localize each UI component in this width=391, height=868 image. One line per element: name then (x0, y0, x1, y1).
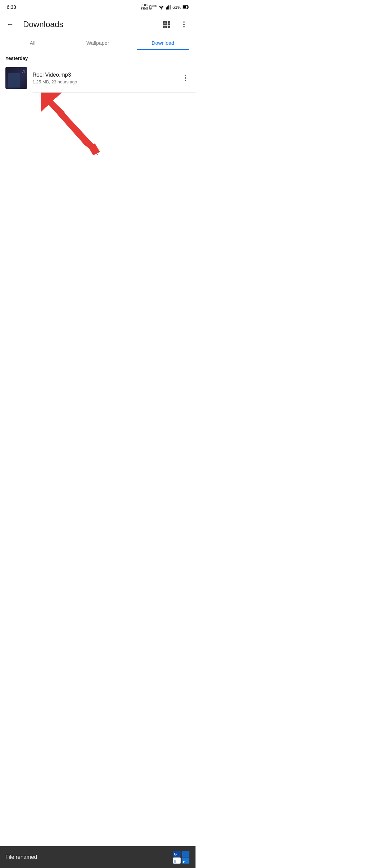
status-bar: 6:33 0.08KB/S Vo WiFi 61% (0, 0, 196, 14)
tab-wallpaper[interactable]: Wallpaper (65, 35, 130, 50)
svg-rect-4 (167, 6, 168, 9)
svg-rect-6 (170, 5, 171, 9)
file-info: Reel Video.mp3 1.25 MB, 23 hours ago (33, 72, 174, 84)
overflow-menu-button[interactable] (177, 17, 191, 32)
more-vert-icon (183, 21, 185, 27)
file-list: ♫ Reel Video.mp3 1.25 MB, 23 hours ago (0, 64, 196, 93)
grid-view-button[interactable] (159, 17, 174, 32)
app-bar: ← Downloads (0, 14, 196, 35)
battery-icon (183, 5, 189, 9)
app-bar-left: ← Downloads (3, 17, 63, 32)
back-arrow-icon: ← (6, 20, 14, 29)
file-name: Reel Video.mp3 (33, 72, 174, 78)
section-header-yesterday: Yesterday (0, 50, 196, 64)
signal-icon (166, 5, 171, 9)
annotation-arrow-container (0, 93, 196, 160)
file-meta: 1.25 MB, 23 hours ago (33, 79, 174, 84)
svg-rect-3 (166, 7, 167, 9)
svg-marker-13 (88, 143, 100, 155)
music-note-icon: ♫ (22, 68, 25, 74)
wifi-icon (158, 5, 164, 9)
back-button[interactable]: ← (3, 17, 18, 32)
tab-download[interactable]: Download (130, 35, 196, 50)
status-icons: 0.08KB/S Vo WiFi 61% (141, 4, 189, 11)
svg-rect-8 (188, 6, 189, 8)
battery-percent: 61% (172, 5, 181, 10)
status-time: 6:33 (7, 4, 16, 10)
red-arrow-annotation (41, 93, 108, 160)
svg-text:WiFi: WiFi (152, 5, 157, 7)
svg-marker-12 (46, 97, 65, 115)
file-more-button[interactable] (179, 72, 191, 84)
svg-line-11 (51, 103, 95, 150)
vowifi-icon: Vo WiFi (149, 4, 157, 10)
grid-icon (163, 21, 170, 28)
file-thumbnail: ♫ (5, 67, 27, 89)
svg-rect-9 (183, 6, 186, 8)
network-speed: 0.08KB/S (141, 4, 148, 11)
app-bar-right (159, 17, 191, 32)
file-divider (33, 92, 196, 93)
tabs-container: All Wallpaper Download (0, 35, 196, 50)
page-title: Downloads (23, 20, 63, 29)
tab-all[interactable]: All (0, 35, 65, 50)
file-more-icon (185, 75, 186, 81)
svg-rect-5 (168, 5, 169, 9)
file-item[interactable]: ♫ Reel Video.mp3 1.25 MB, 23 hours ago (0, 64, 196, 92)
